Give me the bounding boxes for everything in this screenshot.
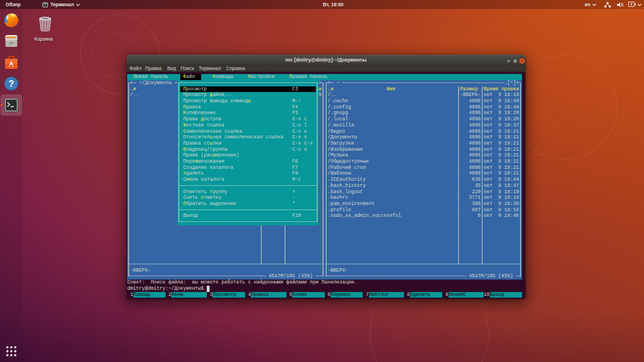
svg-text:?: ? bbox=[8, 79, 14, 89]
